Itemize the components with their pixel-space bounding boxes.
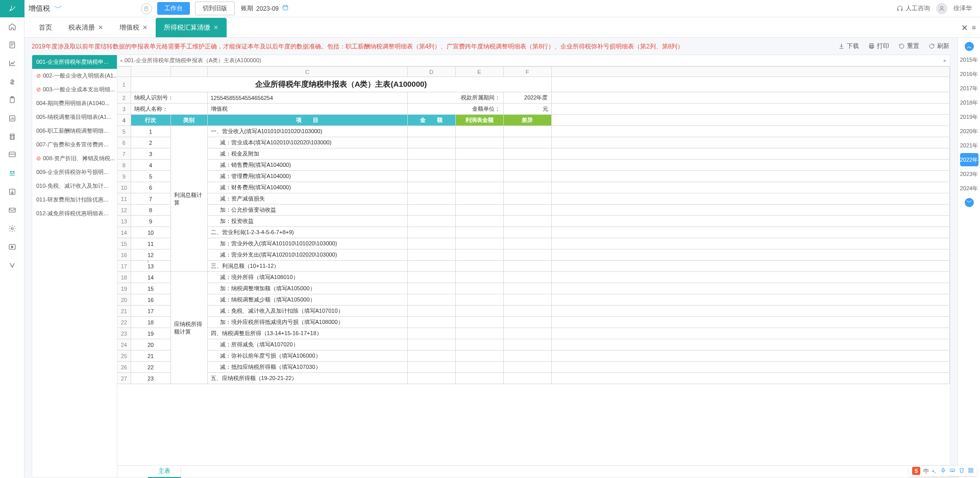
switch-old-button[interactable]: 切到旧版 bbox=[195, 2, 235, 15]
cell-F-1[interactable] bbox=[503, 126, 551, 137]
row-header[interactable]: 3 bbox=[117, 104, 131, 115]
cell-F-11[interactable] bbox=[503, 238, 551, 249]
ime-logo-icon[interactable]: S bbox=[912, 467, 920, 475]
cell-D-6[interactable] bbox=[407, 182, 455, 193]
nav-money-icon[interactable] bbox=[0, 72, 24, 91]
tab-1[interactable]: 税表清册✕ bbox=[60, 18, 111, 37]
cell-E-2[interactable] bbox=[455, 137, 503, 148]
row-header[interactable]: 18 bbox=[117, 272, 131, 283]
year-chip[interactable]: 2017年 bbox=[960, 82, 978, 95]
cell-F-22[interactable] bbox=[503, 362, 551, 373]
tree-item-10[interactable]: 011-研发费用加计扣除优惠... bbox=[32, 193, 117, 207]
row-header[interactable]: 19 bbox=[117, 283, 131, 294]
taxpayer-id-value[interactable]: 1255458555455465​6254 bbox=[207, 92, 407, 104]
cell-F-5[interactable] bbox=[503, 171, 551, 182]
close-icon[interactable]: ✕ bbox=[213, 24, 218, 31]
nav-v-icon[interactable] bbox=[0, 256, 24, 274]
cell-E-11[interactable] bbox=[455, 238, 503, 249]
cell-E-12[interactable] bbox=[455, 249, 503, 261]
cell-E-14[interactable] bbox=[455, 272, 503, 283]
cell-E-13[interactable] bbox=[455, 261, 503, 272]
nav-home-icon[interactable] bbox=[0, 17, 24, 36]
cell-D-18[interactable] bbox=[407, 317, 455, 328]
col-header-D[interactable]: D bbox=[407, 67, 455, 77]
period-value[interactable]: 2023-09 bbox=[256, 5, 279, 12]
tree-item-0[interactable]: 001-企业所得税年度纳税申... bbox=[32, 55, 117, 69]
cell-E-19[interactable] bbox=[455, 328, 503, 339]
tree-item-11[interactable]: 012-减免所得税优惠明细表... bbox=[32, 207, 117, 220]
cell-F-17[interactable] bbox=[503, 306, 551, 317]
cell-F-6[interactable] bbox=[503, 182, 551, 193]
year-chip[interactable]: 2024年 bbox=[960, 182, 978, 195]
cell-D-11[interactable] bbox=[407, 238, 455, 249]
avatar-icon[interactable] bbox=[936, 3, 947, 14]
tab-more-icon[interactable]: ≡ bbox=[972, 23, 976, 32]
cell-E-21[interactable] bbox=[455, 350, 503, 362]
sheet-footer-tab[interactable]: 主表 bbox=[148, 465, 181, 478]
download-button[interactable]: 下载 bbox=[838, 42, 859, 51]
cell-D-20[interactable] bbox=[407, 339, 455, 350]
cell-D-4[interactable] bbox=[407, 160, 455, 171]
tree-item-5[interactable]: 006-职工薪酬纳税调整明细... bbox=[32, 124, 117, 138]
cell-D-13[interactable] bbox=[407, 261, 455, 272]
cell-F-23[interactable] bbox=[503, 373, 551, 384]
year-chip[interactable]: 2020年 bbox=[960, 124, 978, 138]
cell-E-15[interactable] bbox=[455, 283, 503, 294]
row-header[interactable]: 6 bbox=[117, 137, 131, 148]
close-icon[interactable]: ✕ bbox=[98, 24, 103, 31]
cell-E-3[interactable] bbox=[455, 148, 503, 160]
cell-D-23[interactable] bbox=[407, 373, 455, 384]
ime-tool-icon[interactable] bbox=[968, 467, 974, 474]
tree-item-7[interactable]: ⊘008-资产折旧、摊销及纳税... bbox=[32, 152, 117, 165]
cell-F-10[interactable] bbox=[503, 227, 551, 238]
year-scroll-down-icon[interactable]: ︾ bbox=[965, 198, 974, 207]
row-header[interactable]: 7 bbox=[117, 148, 131, 160]
row-header[interactable]: 2 bbox=[117, 92, 131, 104]
nav-clipboard-icon[interactable] bbox=[0, 91, 24, 109]
cell-E-4[interactable] bbox=[455, 160, 503, 171]
cell-E-18[interactable] bbox=[455, 317, 503, 328]
row-header[interactable]: 23 bbox=[117, 328, 131, 339]
cell-D-7[interactable] bbox=[407, 193, 455, 205]
reset-button[interactable]: 重置 bbox=[898, 42, 919, 51]
company-selector[interactable]: 增值税 ﹀ bbox=[29, 3, 136, 14]
nav-chart-icon[interactable] bbox=[0, 54, 24, 72]
row-header[interactable]: 26 bbox=[117, 362, 131, 373]
tree-item-3[interactable]: 004-期间费用明细表(A1040... bbox=[32, 96, 117, 110]
cell-E-16[interactable] bbox=[455, 294, 503, 306]
form-tree[interactable]: 001-企业所得税年度纳税申...⊘002-一般企业收入明细表(A1...⊘00… bbox=[32, 55, 117, 478]
tree-item-1[interactable]: ⊘002-一般企业收入明细表(A1... bbox=[32, 69, 117, 83]
cell-F-12[interactable] bbox=[503, 249, 551, 261]
taxpayer-name-value[interactable]: 增值税 bbox=[207, 104, 407, 115]
refresh-button[interactable]: 刷新 bbox=[928, 42, 949, 51]
cell-E-1[interactable] bbox=[455, 126, 503, 137]
cell-D-14[interactable] bbox=[407, 272, 455, 283]
cell-D-3[interactable] bbox=[407, 148, 455, 160]
user-name[interactable]: 徐泽华 bbox=[953, 4, 972, 13]
year-chip[interactable]: 2021年 bbox=[960, 139, 978, 152]
tab-2[interactable]: 增值税✕ bbox=[111, 18, 156, 37]
cell-E-17[interactable] bbox=[455, 306, 503, 317]
close-icon[interactable]: ✕ bbox=[142, 24, 148, 31]
cell-F-9[interactable] bbox=[503, 216, 551, 227]
cell-D-21[interactable] bbox=[407, 350, 455, 362]
tree-item-4[interactable]: 005-纳税调整项目明细表(A1... bbox=[32, 110, 117, 124]
cell-D-17[interactable] bbox=[407, 306, 455, 317]
cell-F-4[interactable] bbox=[503, 160, 551, 171]
ime-keyboard-icon[interactable] bbox=[949, 467, 955, 474]
row-header[interactable]: 11 bbox=[117, 193, 131, 205]
cell-D-12[interactable] bbox=[407, 249, 455, 261]
cell-E-7[interactable] bbox=[455, 193, 503, 205]
col-header-F[interactable]: F bbox=[503, 67, 551, 77]
row-header[interactable]: 24 bbox=[117, 339, 131, 350]
row-header[interactable]: 22 bbox=[117, 317, 131, 328]
cell-F-19[interactable] bbox=[503, 328, 551, 339]
cell-D-8[interactable] bbox=[407, 205, 455, 216]
cell-D-22[interactable] bbox=[407, 362, 455, 373]
workspace-button[interactable]: 工作台 bbox=[157, 2, 190, 15]
nav-active-module-icon[interactable] bbox=[0, 164, 24, 183]
tab-close-all-icon[interactable]: ✕ bbox=[961, 23, 968, 33]
nav-dashboard-icon[interactable] bbox=[0, 146, 24, 164]
cell-E-23[interactable] bbox=[455, 373, 503, 384]
tree-item-2[interactable]: ⊘003-一般企业成本支出明细... bbox=[32, 83, 117, 96]
